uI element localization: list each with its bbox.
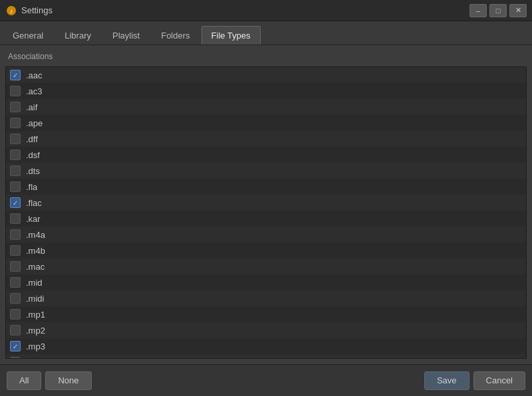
bottom-bar: All None Save Cancel xyxy=(0,364,532,396)
tab-general[interactable]: General xyxy=(3,26,53,45)
main-content: Associations .aac.ac3.aif.ape.dff.dsf.dt… xyxy=(0,45,532,364)
file-type-checkbox[interactable] xyxy=(10,86,21,96)
list-item[interactable]: .m4b xyxy=(6,243,526,258)
file-type-checkbox[interactable] xyxy=(10,70,21,80)
file-type-label: .mp2 xyxy=(26,326,45,336)
list-item[interactable]: .midi xyxy=(6,290,526,306)
file-type-label: .m4b xyxy=(26,246,45,256)
close-button[interactable]: ✕ xyxy=(509,4,527,17)
list-item[interactable]: .mid xyxy=(6,274,526,290)
list-item[interactable]: .aac xyxy=(6,67,526,83)
file-type-label: .dts xyxy=(26,166,40,176)
file-type-label: .mid xyxy=(26,278,43,288)
file-type-label: .ac3 xyxy=(26,86,43,96)
file-type-checkbox[interactable] xyxy=(10,309,21,320)
file-type-checkbox[interactable] xyxy=(10,197,21,208)
file-type-checkbox[interactable] xyxy=(10,261,21,272)
list-item[interactable]: .mp1 xyxy=(6,306,526,322)
list-item[interactable]: .dff xyxy=(6,131,526,147)
list-item[interactable]: .fla xyxy=(6,179,526,195)
file-type-label: .midi xyxy=(26,294,44,304)
tab-playlist[interactable]: Playlist xyxy=(102,26,150,45)
list-item[interactable]: .mp3 xyxy=(6,338,526,354)
file-type-label: .fla xyxy=(26,182,37,192)
file-type-label: .mac xyxy=(26,262,45,272)
file-type-checkbox[interactable] xyxy=(10,325,21,336)
file-type-label: .mp3 xyxy=(26,342,45,351)
file-type-label: .ape xyxy=(26,118,43,128)
title-bar: ♪ Settings – □ ✕ xyxy=(0,0,532,21)
tab-bar: GeneralLibraryPlaylistFoldersFile Types xyxy=(0,21,532,45)
list-item[interactable]: .ac3 xyxy=(6,83,526,99)
maximize-button[interactable]: □ xyxy=(489,4,507,17)
file-type-label: .mp4 xyxy=(26,357,45,359)
file-type-label: .dff xyxy=(26,134,38,144)
file-type-checkbox[interactable] xyxy=(10,181,21,192)
list-item[interactable]: .mp4 xyxy=(6,354,526,358)
list-item[interactable]: .m4a xyxy=(6,227,526,243)
file-type-label: .mp1 xyxy=(26,310,45,320)
all-button[interactable]: All xyxy=(7,371,41,390)
file-type-label: .m4a xyxy=(26,230,45,240)
none-button[interactable]: None xyxy=(45,371,91,390)
list-item[interactable]: .dsf xyxy=(6,147,526,163)
file-type-checkbox[interactable] xyxy=(10,277,21,288)
file-type-checkbox[interactable] xyxy=(10,293,21,304)
list-item[interactable]: .dts xyxy=(6,163,526,179)
app-icon: ♪ xyxy=(5,5,17,17)
list-item[interactable]: .ape xyxy=(6,115,526,131)
svg-text:♪: ♪ xyxy=(10,7,13,15)
minimize-button[interactable]: – xyxy=(469,4,487,17)
file-type-list-scroll[interactable]: .aac.ac3.aif.ape.dff.dsf.dts.fla.flac.ka… xyxy=(6,67,526,358)
file-type-label: .aif xyxy=(26,102,37,112)
bottom-right-buttons: Save Cancel xyxy=(424,371,525,390)
file-type-checkbox[interactable] xyxy=(10,118,21,128)
file-type-label: .kar xyxy=(26,214,41,224)
cancel-button[interactable]: Cancel xyxy=(473,371,525,390)
file-type-checkbox[interactable] xyxy=(10,134,21,144)
file-type-checkbox[interactable] xyxy=(10,102,21,112)
file-type-checkbox[interactable] xyxy=(10,245,21,256)
list-item[interactable]: .aif xyxy=(6,99,526,115)
file-type-label: .flac xyxy=(26,198,42,208)
file-type-checkbox[interactable] xyxy=(10,357,21,358)
list-item[interactable]: .kar xyxy=(6,211,526,227)
tab-filetypes[interactable]: File Types xyxy=(201,26,261,45)
file-type-label: .dsf xyxy=(26,150,40,160)
file-type-checkbox[interactable] xyxy=(10,149,21,160)
section-label: Associations xyxy=(5,50,527,62)
file-type-checkbox[interactable] xyxy=(10,165,21,176)
file-type-checkbox[interactable] xyxy=(10,229,21,240)
file-type-label: .aac xyxy=(26,70,43,80)
save-button[interactable]: Save xyxy=(424,371,469,390)
tab-library[interactable]: Library xyxy=(55,26,101,45)
list-item[interactable]: .flac xyxy=(6,195,526,211)
window-title: Settings xyxy=(21,5,469,15)
bottom-left-buttons: All None xyxy=(7,371,92,390)
list-item[interactable]: .mp2 xyxy=(6,322,526,338)
file-type-list-container: .aac.ac3.aif.ape.dff.dsf.dts.fla.flac.ka… xyxy=(5,66,527,359)
tab-folders[interactable]: Folders xyxy=(151,26,200,45)
file-type-checkbox[interactable] xyxy=(10,341,21,351)
file-type-checkbox[interactable] xyxy=(10,213,21,224)
window-controls: – □ ✕ xyxy=(469,4,527,17)
list-item[interactable]: .mac xyxy=(6,258,526,274)
